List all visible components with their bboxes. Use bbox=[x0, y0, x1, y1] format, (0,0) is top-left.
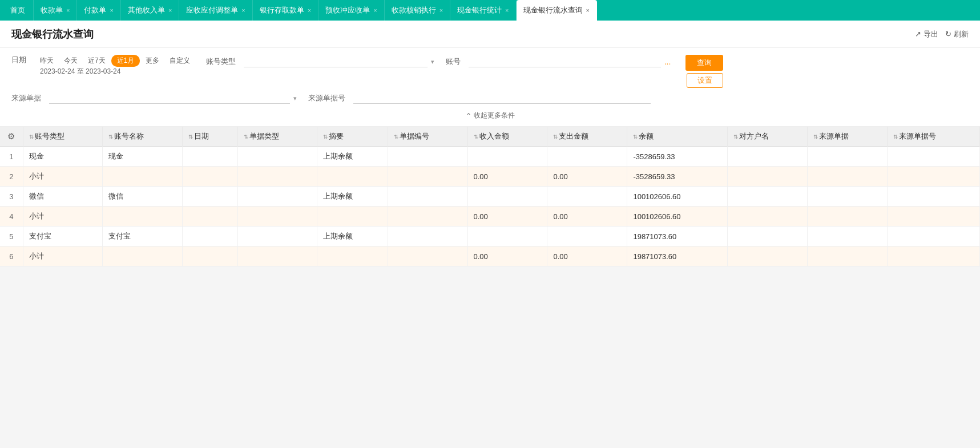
cell-source_doc bbox=[808, 207, 888, 227]
close-icon[interactable]: × bbox=[168, 7, 172, 14]
date-filter: 昨天今天近7天近1月更多自定义 2023-02-24 至 2023-03-24 bbox=[35, 55, 195, 76]
nav-tab-收款核销执行[interactable]: 收款核销执行× bbox=[385, 0, 450, 21]
cell-counterparty bbox=[728, 247, 808, 267]
filter-buttons: 查询 设置 bbox=[685, 55, 723, 88]
cell-doc_type bbox=[237, 227, 317, 247]
date-btn-更多[interactable]: 更多 bbox=[141, 55, 164, 67]
col-settings[interactable]: ⚙ bbox=[0, 127, 23, 147]
cell-summary bbox=[317, 167, 388, 187]
table-settings-icon[interactable]: ⚙ bbox=[7, 131, 15, 141]
cell-account_type: 现金 bbox=[23, 147, 103, 167]
close-icon[interactable]: × bbox=[373, 7, 377, 14]
cell-doc_no bbox=[388, 167, 467, 187]
cell-doc_no bbox=[388, 187, 467, 207]
setting-button[interactable]: 设置 bbox=[687, 73, 723, 88]
cell-summary bbox=[317, 207, 388, 227]
cell-date bbox=[183, 147, 237, 167]
sort-icon: ⇅ bbox=[323, 134, 328, 140]
cell-source_doc_no bbox=[887, 167, 979, 187]
cell-doc_type bbox=[237, 207, 317, 227]
nav-tab-付款单[interactable]: 付款单× bbox=[77, 0, 120, 21]
query-button[interactable]: 查询 bbox=[685, 55, 723, 71]
nav-tab-现金银行统计[interactable]: 现金银行统计× bbox=[450, 0, 516, 21]
col-counterparty[interactable]: ⇅对方户名 bbox=[728, 127, 808, 147]
table-container: ⚙⇅账号类型⇅账号名称⇅日期⇅单据类型⇅摘要⇅单据编号⇅收入金额⇅支出金额⇅余额… bbox=[0, 127, 980, 267]
account-type-dropdown-icon[interactable]: ▾ bbox=[431, 58, 434, 66]
cell-summary: 上期余额 bbox=[317, 187, 388, 207]
col-date[interactable]: ⇅日期 bbox=[183, 127, 237, 147]
col-source_doc[interactable]: ⇅来源单据 bbox=[808, 127, 888, 147]
source-doc-label: 来源单据 bbox=[11, 93, 41, 103]
source-doc-input[interactable] bbox=[49, 92, 290, 104]
col-doc_type[interactable]: ⇅单据类型 bbox=[237, 127, 317, 147]
cell-source_doc_no bbox=[887, 247, 979, 267]
close-icon[interactable]: × bbox=[505, 7, 509, 14]
cell-counterparty bbox=[728, 207, 808, 227]
cell-source_doc_no bbox=[887, 227, 979, 247]
close-icon[interactable]: × bbox=[308, 7, 311, 14]
date-btn-近1月[interactable]: 近1月 bbox=[111, 55, 140, 67]
cell-doc_type bbox=[237, 147, 317, 167]
col-income[interactable]: ⇅收入金额 bbox=[467, 127, 547, 147]
nav-home[interactable]: 首页 bbox=[2, 0, 34, 21]
refresh-button[interactable]: ↻ 刷新 bbox=[945, 29, 969, 39]
table-row: 4小计0.000.00100102606.60 bbox=[0, 207, 980, 227]
date-btn-自定义[interactable]: 自定义 bbox=[165, 55, 195, 67]
account-type-input[interactable] bbox=[244, 56, 428, 67]
date-btn-近7天[interactable]: 近7天 bbox=[83, 55, 110, 67]
sort-icon: ⇅ bbox=[108, 134, 113, 140]
account-input[interactable] bbox=[469, 56, 660, 67]
col-doc_no[interactable]: ⇅单据编号 bbox=[388, 127, 467, 147]
cell-counterparty bbox=[728, 167, 808, 187]
date-btn-昨天[interactable]: 昨天 bbox=[35, 55, 58, 67]
cell-source_doc_no bbox=[887, 207, 979, 227]
source-doc-no-input[interactable] bbox=[353, 92, 651, 104]
collapse-up-icon: ⌃ bbox=[466, 112, 471, 120]
close-icon[interactable]: × bbox=[586, 7, 590, 14]
sort-icon: ⇅ bbox=[733, 134, 738, 140]
source-doc-no-label: 来源单据号 bbox=[308, 93, 345, 103]
source-doc-dropdown-icon[interactable]: ▾ bbox=[293, 95, 297, 102]
nav-tabs: 收款单×付款单×其他收入单×应收应付调整单×银行存取款单×预收冲应收单×收款核销… bbox=[34, 0, 597, 21]
cell-doc_type bbox=[237, 167, 317, 187]
cell-source_doc bbox=[808, 167, 888, 187]
collapse-bar[interactable]: ⌃ 收起更多条件 bbox=[11, 107, 969, 122]
cell-account_type: 微信 bbox=[23, 187, 103, 207]
cell-account_name: 微信 bbox=[103, 187, 183, 207]
nav-tab-预收冲应收单[interactable]: 预收冲应收单× bbox=[318, 0, 384, 21]
close-icon[interactable]: × bbox=[241, 7, 245, 14]
page-title: 现金银行流水查询 bbox=[11, 27, 94, 41]
close-icon[interactable]: × bbox=[439, 7, 443, 14]
cell-income: 0.00 bbox=[467, 247, 547, 267]
export-button[interactable]: ↗ 导出 bbox=[915, 29, 938, 39]
table-row: 3微信微信上期余额100102606.60 bbox=[0, 187, 980, 207]
refresh-icon: ↻ bbox=[945, 30, 951, 38]
nav-tab-现金银行流水查询[interactable]: 现金银行流水查询× bbox=[517, 0, 597, 21]
cell-settings: 1 bbox=[0, 147, 23, 167]
close-icon[interactable]: × bbox=[66, 7, 70, 14]
cell-account_type: 小计 bbox=[23, 207, 103, 227]
cell-expense bbox=[547, 147, 627, 167]
col-summary[interactable]: ⇅摘要 bbox=[317, 127, 388, 147]
nav-tab-银行存取款单[interactable]: 银行存取款单× bbox=[253, 0, 318, 21]
cell-summary bbox=[317, 247, 388, 267]
header-actions: ↗ 导出 ↻ 刷新 bbox=[915, 29, 969, 39]
date-btn-今天[interactable]: 今天 bbox=[59, 55, 82, 67]
col-balance[interactable]: ⇅余额 bbox=[627, 127, 728, 147]
cell-income: 0.00 bbox=[467, 207, 547, 227]
close-icon[interactable]: × bbox=[110, 7, 113, 14]
sort-icon: ⇅ bbox=[813, 134, 818, 140]
cell-income bbox=[467, 147, 547, 167]
nav-tab-收款单[interactable]: 收款单× bbox=[34, 0, 77, 21]
col-source_doc_no[interactable]: ⇅来源单据号 bbox=[887, 127, 979, 147]
sort-icon: ⇅ bbox=[394, 134, 398, 140]
cell-expense: 0.00 bbox=[547, 207, 627, 227]
nav-tab-其他收入单[interactable]: 其他收入单× bbox=[121, 0, 179, 21]
col-expense[interactable]: ⇅支出金额 bbox=[547, 127, 627, 147]
cell-settings: 5 bbox=[0, 227, 23, 247]
nav-tab-应收应付调整单[interactable]: 应收应付调整单× bbox=[179, 0, 252, 21]
account-dots-button[interactable]: ... bbox=[664, 57, 671, 66]
page-header: 现金银行流水查询 ↗ 导出 ↻ 刷新 bbox=[0, 21, 980, 48]
col-account_type[interactable]: ⇅账号类型 bbox=[23, 127, 103, 147]
col-account_name[interactable]: ⇅账号名称 bbox=[103, 127, 183, 147]
